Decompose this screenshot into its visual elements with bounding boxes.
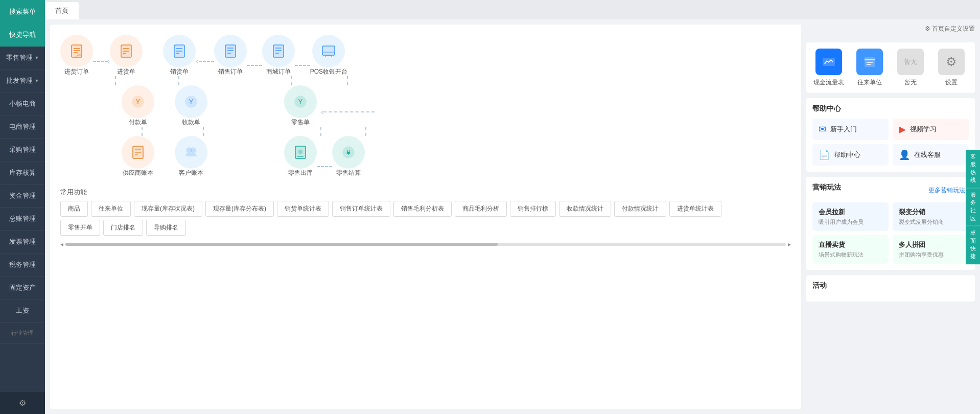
func-btn-payment-stat[interactable]: 付款情况统计	[614, 201, 666, 217]
settings-label: 设置	[945, 78, 958, 87]
sidebar-item-ecom[interactable]: 电商管理	[0, 116, 45, 139]
split-desc: 裂变式发展分销商	[899, 218, 963, 226]
desktop-shortcut-btn[interactable]: 桌面快捷	[966, 226, 980, 264]
sidebar-item-xchang[interactable]: 小畅电商	[0, 93, 45, 116]
group-desc: 拼团购物享受优惠	[899, 251, 963, 259]
marketing-grid: 会员拉新 吸引用户成为会员 裂变分销 裂变式发展分销商 直播卖货 场景式购物新玩…	[812, 202, 969, 264]
scroll-thumb[interactable]	[65, 243, 498, 246]
func-btn-sale-order-stat[interactable]: 销售订单统计表	[332, 201, 390, 217]
chevron-down-icon: ▼	[35, 55, 39, 60]
service-community-btn[interactable]: 服务社区	[966, 188, 980, 226]
scroll-bar: ◂ ▸	[60, 241, 791, 248]
sidebar-item-assets[interactable]: 固定资产	[0, 277, 45, 300]
right-panel: ⚙ 首页自定义设置	[806, 25, 975, 409]
function-buttons-2: 零售开单 门店排名 导购排名	[60, 220, 791, 236]
content-area: ✓ 进货订单 ›	[45, 19, 980, 414]
search-menu-button[interactable]: 搜索菜单	[0, 0, 45, 24]
beginner-icon: ✉	[819, 124, 826, 135]
marketing-group[interactable]: 多人拼团 拼团购物享受优惠	[893, 235, 969, 264]
sidebar-item-quick-nav[interactable]: 快捷导航	[0, 24, 45, 47]
sidebar: 搜索菜单 快捷导航 零售管理 ▼ 批发管理 ▼ 小畅电商 电商管理 采购管理 库…	[0, 0, 45, 414]
help-service[interactable]: 👤 在线客服	[893, 144, 969, 166]
sidebar-item-general[interactable]: 总账管理	[0, 208, 45, 231]
member-title: 会员拉新	[819, 208, 882, 217]
service-label: 在线客服	[914, 150, 941, 159]
quick-icon-cash-flow[interactable]: 现金流量表	[812, 49, 845, 87]
node-purchase-order: ✓ 进货订单	[60, 35, 93, 76]
node-customer-account: 客户账本	[175, 136, 207, 177]
sidebar-item-wholesale[interactable]: 批发管理 ▼	[0, 70, 45, 93]
quick-icon-settings[interactable]: ⚙ 设置	[935, 49, 968, 87]
node-sale-bill: 销货单	[163, 35, 196, 76]
none-icon: 暂无	[897, 49, 924, 75]
activity-panel: 活动	[806, 275, 975, 302]
docs-icon: 📄	[819, 149, 830, 160]
func-btn-stock2[interactable]: 现存量(库存分布表)	[205, 201, 274, 217]
service-hotline-btn[interactable]: 客服热线	[966, 150, 980, 188]
func-btn-stock1[interactable]: 现存量(库存状况表)	[134, 201, 202, 217]
svg-point-44	[191, 148, 196, 153]
svg-text:¥: ¥	[189, 98, 193, 106]
scroll-track[interactable]	[65, 243, 786, 246]
more-marketing-link[interactable]: 更多营销玩法 ›	[928, 186, 969, 195]
service-icon: 👤	[899, 149, 910, 160]
quick-icons-row: 现金流量表 往来单位	[812, 49, 969, 87]
svg-rect-30	[325, 55, 326, 57]
sidebar-item-retail[interactable]: 零售管理 ▼	[0, 47, 45, 70]
settings-button[interactable]: ⚙	[0, 392, 45, 414]
func-btn-goods[interactable]: 商品	[60, 201, 88, 217]
svg-rect-26	[322, 46, 335, 55]
svg-point-47	[298, 150, 302, 154]
help-docs[interactable]: 📄 帮助中心	[812, 144, 889, 166]
func-btn-sale-stat[interactable]: 销货单统计表	[277, 201, 329, 217]
func-btn-sale-rank[interactable]: 销售排行榜	[510, 201, 556, 217]
tab-bar: 首页	[45, 0, 980, 19]
help-beginner[interactable]: ✉ 新手入门	[812, 119, 889, 140]
node-pos: POS收银开台	[310, 35, 347, 76]
marketing-split[interactable]: 裂变分销 裂变式发展分销商	[893, 202, 969, 231]
sidebar-item-more[interactable]: 行业管理	[0, 323, 45, 344]
marketing-member[interactable]: 会员拉新 吸引用户成为会员	[812, 202, 889, 231]
node-retail-out: 零售出库	[284, 136, 317, 177]
func-btn-sale-margin[interactable]: 销售毛利分析表	[393, 201, 452, 217]
node-supplier-account: 供应商账本	[122, 136, 154, 177]
sidebar-item-tax[interactable]: 税务管理	[0, 254, 45, 277]
quick-icon-none[interactable]: 暂无 暂无	[894, 49, 927, 87]
marketing-live[interactable]: 直播卖货 场景式购物新玩法	[812, 235, 889, 264]
chevron-down-icon: ▼	[35, 78, 39, 83]
home-customize-button[interactable]: ⚙ 首页自定义设置	[806, 25, 975, 33]
cash-flow-label: 现金流量表	[813, 78, 844, 87]
scroll-right-arrow[interactable]: ▸	[788, 241, 791, 248]
partner-icon	[856, 49, 883, 75]
sidebar-item-purchase[interactable]: 采购管理	[0, 139, 45, 162]
quick-icon-partner[interactable]: 往来单位	[853, 49, 886, 87]
help-center-title: 帮助中心	[812, 104, 969, 113]
common-functions: 常用功能 商品 往来单位 现存量(库存状况表) 现存量(库存分布表) 销货单统计…	[60, 188, 791, 236]
help-grid: ✉ 新手入门 ▶ 视频学习 📄 帮助中心 👤 在线客服	[812, 119, 969, 166]
group-title: 多人拼团	[899, 240, 963, 249]
sidebar-item-inventory[interactable]: 库存核算	[0, 162, 45, 185]
docs-label: 帮助中心	[834, 150, 860, 159]
func-btn-partner[interactable]: 往来单位	[91, 201, 131, 217]
func-btn-retail-order[interactable]: 零售开单	[60, 220, 100, 236]
live-title: 直播卖货	[819, 240, 882, 249]
func-btn-receipt-stat[interactable]: 收款情况统计	[559, 201, 611, 217]
func-btn-store-rank[interactable]: 门店排名	[103, 220, 143, 236]
marketing-header: 营销玩法 更多营销玩法 ›	[812, 183, 969, 197]
sidebar-item-salary[interactable]: 工资	[0, 300, 45, 323]
tab-home[interactable]: 首页	[45, 2, 79, 19]
svg-text:¥: ¥	[135, 98, 140, 106]
scroll-left-arrow[interactable]: ◂	[60, 241, 63, 248]
sidebar-item-invoice[interactable]: 发票管理	[0, 231, 45, 254]
func-btn-goods-margin[interactable]: 商品毛利分析	[455, 201, 507, 217]
func-btn-purchase-stat[interactable]: 进货单统计表	[669, 201, 721, 217]
float-buttons: 客服热线 服务社区 桌面快捷	[966, 150, 980, 264]
sidebar-item-finance[interactable]: 资金管理	[0, 185, 45, 208]
video-label: 视频学习	[910, 125, 937, 134]
live-desc: 场景式购物新玩法	[819, 251, 882, 259]
help-video[interactable]: ▶ 视频学习	[893, 119, 969, 140]
main-area: 首页	[45, 0, 980, 414]
left-panel: ✓ 进货订单 ›	[50, 25, 801, 409]
func-btn-guide-rank[interactable]: 导购排名	[146, 220, 186, 236]
marketing-title: 营销玩法	[812, 183, 841, 192]
